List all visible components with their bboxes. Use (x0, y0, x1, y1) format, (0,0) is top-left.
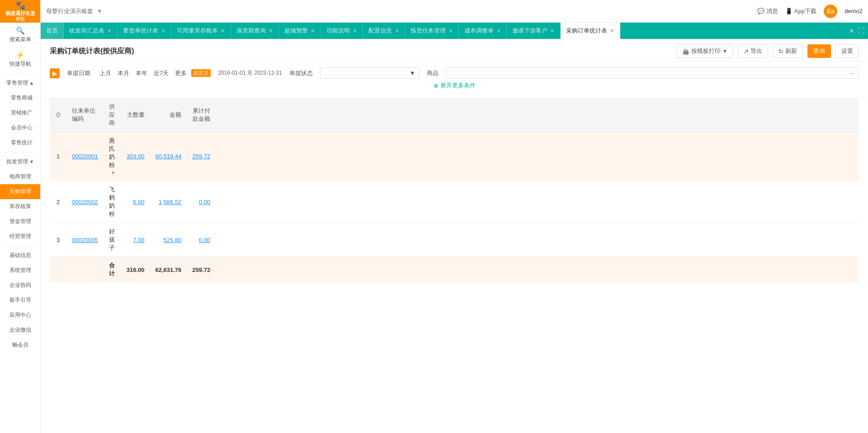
tab-overstock[interactable]: 超储预警 ✕ (279, 23, 321, 39)
amount-link[interactable]: 60,519.44 (156, 153, 182, 160)
tab-order-stat[interactable]: 要货单统计表 ✕ (118, 23, 171, 39)
tab-close-icon[interactable]: ✕ (107, 28, 112, 34)
tab-receive-send[interactable]: 收发存汇总表 ✕ (64, 23, 118, 39)
row-unit-code: 00020001 (66, 132, 104, 181)
tab-cost-adj[interactable]: 成本调整单 ✕ (459, 23, 507, 39)
sidebar-item-system[interactable]: 系统管理 (0, 263, 40, 278)
tab-purchase-stat[interactable]: 采购订单统计表 ✕ (561, 23, 620, 39)
column-settings-icon[interactable]: ⚙ (55, 111, 61, 119)
unit-code-link[interactable]: 00020001 (72, 153, 98, 160)
sidebar: 🐾 畅捷通好生意 标版 🔍 搜索菜单 ⚡ 快捷导航 零售管理 ▲ 零售商城 营销… (0, 0, 41, 433)
tab-close-icon[interactable]: ✕ (221, 28, 225, 34)
tab-close-icon[interactable]: ✕ (353, 28, 357, 34)
sidebar-item-retail-stat[interactable]: 零售统计 (0, 135, 40, 150)
tab-home[interactable]: 首页 (41, 23, 64, 39)
expand-row-icon[interactable]: ▼ (111, 170, 116, 176)
date-range-display: 2016-01-01 至 2023-12-31 (218, 69, 282, 77)
tab-label: 功能说明 (326, 27, 350, 35)
sidebar-item-retail-mall[interactable]: 零售商城 (0, 90, 40, 105)
export-btn[interactable]: ↗ 导出 (738, 44, 768, 58)
tab-func-desc[interactable]: 功能说明 ✕ (321, 23, 363, 39)
tab-config[interactable]: 配置信息 ✕ (363, 23, 405, 39)
sidebar-item-inventory[interactable]: 库存核算 (0, 199, 40, 214)
tab-close-icon[interactable]: ✕ (311, 28, 315, 34)
tab-invite-down[interactable]: 邀请下游客户 ✕ (507, 23, 561, 39)
row-unit-code: 00020002 (66, 181, 104, 223)
download-icon: 📱 (785, 8, 793, 14)
sidebar-item-retail[interactable]: 零售管理 ▲ (0, 76, 40, 90)
tab-close-icon[interactable]: ✕ (496, 28, 501, 34)
shortcut-more[interactable]: 更多 (173, 68, 189, 78)
workspace-dropdown-icon[interactable]: ▼ (97, 8, 103, 14)
paid-link[interactable]: 0.00 (199, 199, 210, 205)
custom-date-badge[interactable]: 自定义 (191, 69, 211, 77)
query-btn[interactable]: 查询 (807, 44, 831, 58)
message-btn[interactable]: 💬 消息 (757, 7, 778, 15)
shortcut-7days[interactable]: 近7天 (152, 68, 170, 78)
data-table: ⚙ 往来单位编码 供应商 主数量 (50, 98, 859, 282)
page-actions: 🖨️ 按模板打印 ▼ ↗ 导出 ↻ 刷新 查询 (676, 44, 859, 58)
sidebar-item-basic[interactable]: 基础信息 (0, 248, 40, 263)
avatar[interactable]: Ea (824, 5, 837, 18)
sidebar-item-marketing[interactable]: 营销推广 (0, 105, 40, 120)
goods-filter-label: 商品 (427, 69, 439, 77)
tab-close-icon[interactable]: ✕ (550, 28, 555, 34)
amount-link[interactable]: 1,586.52 (159, 199, 182, 205)
col-paid: 累计付款金额 (187, 98, 216, 132)
sidebar-item-wechat[interactable]: 企业微信 (0, 323, 40, 338)
search-icon: 🔍 (16, 26, 25, 35)
tab-expiry[interactable]: 保质期查询 ✕ (231, 23, 279, 39)
refresh-btn[interactable]: ↻ 刷新 (773, 44, 803, 58)
tab-close-icon[interactable]: ✕ (448, 28, 453, 34)
shortcut-this-year[interactable]: 本年 (134, 68, 149, 78)
main-qty-link[interactable]: 303.00 (127, 153, 145, 160)
tab-close-icon[interactable]: ✕ (395, 28, 399, 34)
footer-label: 合计 (104, 257, 121, 283)
tabbar: 首页 收发存汇总表 ✕ 要货单统计表 ✕ 可用量库存账本 ✕ 保质期查询 ✕ 超… (41, 23, 868, 39)
sidebar-item-finance[interactable]: 资金管理 (0, 214, 40, 229)
sidebar-item-wholesale[interactable]: 批发管理 ▼ (0, 154, 40, 169)
filter-toggle-btn[interactable]: ▶ (50, 68, 60, 78)
sidebar-item-app-center[interactable]: 应用中心 (0, 308, 40, 323)
sidebar-item-collab[interactable]: 企业协同 (0, 278, 40, 293)
app-download-btn[interactable]: 📱 App下载 (785, 7, 816, 15)
unit-code-link[interactable]: 00020002 (72, 199, 98, 205)
unit-code-link[interactable]: 00020005 (72, 237, 98, 243)
tab-close-icon[interactable]: ✕ (269, 28, 273, 34)
row-paid: 0.00 (187, 223, 216, 257)
sidebar-item-newbie[interactable]: 新手引导 (0, 293, 40, 308)
settings-btn[interactable]: 设置 (835, 44, 859, 58)
shortcut-last-month[interactable]: 上月 (98, 68, 113, 78)
sidebar-item-ops[interactable]: 经营管理 (0, 229, 40, 244)
tab-available-stock[interactable]: 可用量库存账本 ✕ (171, 23, 231, 39)
sidebar-item-ecommerce[interactable]: 电商管理 (0, 169, 40, 184)
member-label: 会员中心 (11, 124, 33, 132)
goods-more-icon[interactable]: ··· (850, 70, 855, 76)
tab-label: 配置信息 (368, 27, 392, 35)
tab-close-icon[interactable]: ✕ (610, 28, 614, 34)
page-title: 采购订单统计表(按供应商) (50, 47, 134, 56)
sidebar-item-search[interactable]: 🔍 搜索菜单 (0, 23, 40, 47)
main-qty-link[interactable]: 6.00 (133, 199, 144, 205)
sidebar-item-vip[interactable]: 畅会员 (0, 338, 40, 352)
tab-pick-task[interactable]: 拣货任务管理 ✕ (405, 23, 459, 39)
main-qty-link[interactable]: 7.00 (133, 237, 144, 243)
sidebar-item-quick-nav[interactable]: ⚡ 快捷导航 (0, 47, 40, 71)
maximize-btn[interactable]: ⛶ (858, 27, 864, 34)
amount-link[interactable]: 525.80 (164, 237, 182, 243)
paid-link[interactable]: 0.00 (199, 237, 210, 243)
workspace-label: 母婴行业演示账套 (46, 7, 93, 15)
goods-select[interactable]: ··· (446, 67, 859, 79)
sidebar-item-purchase[interactable]: 采购管理 (0, 184, 40, 199)
paid-link[interactable]: 259.72 (192, 153, 210, 160)
sidebar-item-member[interactable]: 会员中心 (0, 120, 40, 135)
footer-empty-2 (66, 257, 104, 283)
close-all-btn[interactable]: ✕ (849, 27, 854, 34)
expand-more-btn[interactable]: ⊕ 展开更多条件 (50, 79, 859, 92)
print-btn[interactable]: 🖨️ 按模板打印 ▼ (676, 44, 733, 58)
tab-close-icon[interactable]: ✕ (161, 28, 165, 34)
filter-row-1: ▶ 单据日期 上月 本月 本年 近7天 更多 自定义 2016-01-01 至 … (50, 67, 859, 79)
shortcut-this-month[interactable]: 本月 (116, 68, 131, 78)
status-select[interactable]: ▼ (320, 67, 420, 79)
sidebar-item-label: 快捷导航 (9, 60, 31, 68)
